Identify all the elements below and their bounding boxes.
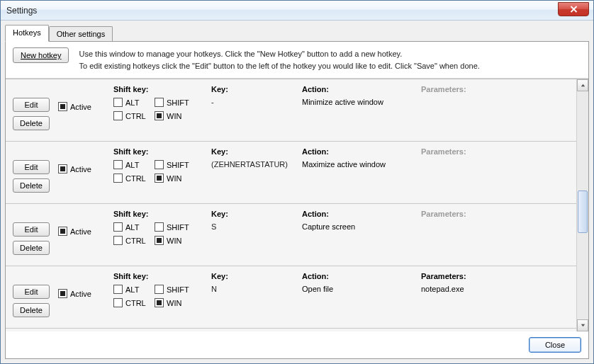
hotkey-list-viewport: EditDeleteActiveShift key:ALTSHIFTCTRLWI… [6,79,576,331]
tab-hotkeys[interactable]: Hotkeys [5,25,49,42]
hotkey-row: EditDeleteActiveShift key:ALTSHIFTCTRLWI… [6,142,576,204]
window-close-button[interactable] [558,2,589,16]
ctrl-checkbox[interactable] [113,236,123,245]
key-value: - [211,98,296,106]
row-buttons: EditDelete [13,85,52,130]
shift-label: SHIFT [167,223,189,232]
shift-checkbox[interactable] [155,285,164,294]
ctrl-checkbox[interactable] [113,174,123,183]
key-value: N [211,285,296,293]
action-column: Action:Capture screen [302,210,415,231]
active-checkbox[interactable] [58,102,67,111]
action-value: Minimize active window [302,98,415,106]
help-line: Use this window to manage your hotkeys. … [79,48,479,60]
edit-button[interactable]: Edit [13,222,50,237]
row-buttons: EditDelete [13,272,52,317]
win-checkbox[interactable] [155,111,164,120]
ctrl-checkbox[interactable] [113,298,123,307]
active-checkbox[interactable] [58,164,67,174]
action-value: Open file [302,285,415,293]
shiftkey-header: Shift key: [113,272,206,280]
tab-other-settings[interactable]: Other settings [49,26,113,41]
hotkey-row: EditDeleteActiveShift key:ALTSHIFTCTRLWI… [6,204,576,266]
active-checkbox[interactable] [58,289,67,298]
row-buttons: EditDelete [13,147,52,193]
active-checkbox[interactable] [58,227,67,236]
alt-checkbox[interactable] [113,160,123,169]
win-checkbox[interactable] [155,298,164,307]
shiftkey-column: Shift key:ALTSHIFTCTRLWIN [113,210,206,245]
close-icon [570,6,578,13]
action-value: Maximize active window [302,160,415,169]
scroll-track[interactable] [577,91,588,319]
shiftkey-column: Shift key:ALTSHIFTCTRLWIN [113,147,206,183]
new-hotkey-button[interactable]: New hotkey [13,47,69,63]
help-text: Use this window to manage your hotkeys. … [79,47,479,72]
shiftkey-column: Shift key:ALTSHIFTCTRLWIN [113,85,206,120]
delete-button[interactable]: Delete [13,241,50,255]
delete-button[interactable]: Delete [13,116,50,130]
win-checkbox[interactable] [155,236,164,245]
key-value: (ZEHNERTASTATUR) [211,160,296,169]
win-label: WIN [167,299,181,307]
tab-panel-hotkeys: New hotkey Use this window to manage you… [5,41,589,359]
footer: Close [6,331,588,358]
win-label: WIN [167,174,181,183]
key-header: Key: [211,85,296,93]
scroll-down-button[interactable] [577,319,588,331]
hotkey-row: EditDeleteActiveShift key:ALTSHIFTCTRLWI… [6,79,576,142]
action-column: Action:Minimize active window [302,85,415,106]
shift-checkbox[interactable] [155,160,164,169]
action-header: Action: [302,210,415,218]
shiftkey-header: Shift key: [113,147,206,156]
row-buttons: EditDelete [13,210,52,255]
shiftkey-header: Shift key: [113,210,206,218]
edit-button[interactable]: Edit [13,98,50,112]
active-column: Active [58,210,108,236]
active-column: Active [58,147,108,174]
help-line: To edit existing hotkeys click the "Edit… [79,60,479,72]
shiftkey-column: Shift key:ALTSHIFTCTRLWIN [113,272,206,307]
alt-checkbox[interactable] [113,285,123,294]
active-column: Active [58,85,108,111]
parameters-header: Parameters: [421,272,569,280]
delete-button[interactable]: Delete [13,303,50,317]
ctrl-checkbox[interactable] [113,111,123,120]
vertical-scrollbar[interactable] [576,79,588,331]
close-button[interactable]: Close [529,337,581,353]
alt-label: ALT [125,98,139,107]
parameters-value: notepad.exe [421,285,569,293]
scroll-thumb[interactable] [578,190,588,233]
alt-checkbox[interactable] [113,222,123,232]
key-column: Key:S [211,210,296,231]
parameters-column: Parameters: [421,85,569,98]
alt-label: ALT [125,161,139,169]
hotkey-row: EditDeleteActiveShift key:ALTSHIFTCTRLWI… [6,266,576,329]
key-column: Key:- [211,85,296,106]
settings-window: Settings Hotkeys Other settings New hotk… [0,0,594,364]
titlebar: Settings [1,1,593,21]
shiftkey-header: Shift key: [113,85,206,93]
window-title: Settings [6,6,37,16]
delete-button[interactable]: Delete [13,178,50,193]
key-header: Key: [211,272,296,280]
active-label: Active [70,165,91,174]
ctrl-label: CTRL [125,237,146,245]
scroll-up-button[interactable] [577,79,588,91]
action-header: Action: [302,147,415,156]
key-header: Key: [211,147,296,156]
win-checkbox[interactable] [155,174,164,183]
key-value: S [211,222,296,231]
key-column: Key:(ZEHNERTASTATUR) [211,147,296,169]
key-column: Key:N [211,272,296,293]
edit-button[interactable]: Edit [13,285,50,299]
tab-label: Hotkeys [13,28,41,37]
active-label: Active [70,290,91,298]
parameters-header: Parameters: [421,210,569,218]
alt-checkbox[interactable] [113,98,123,107]
shift-checkbox[interactable] [155,222,164,232]
edit-button[interactable]: Edit [13,160,50,174]
ctrl-label: CTRL [125,299,146,307]
action-header: Action: [302,272,415,280]
shift-checkbox[interactable] [155,98,164,107]
